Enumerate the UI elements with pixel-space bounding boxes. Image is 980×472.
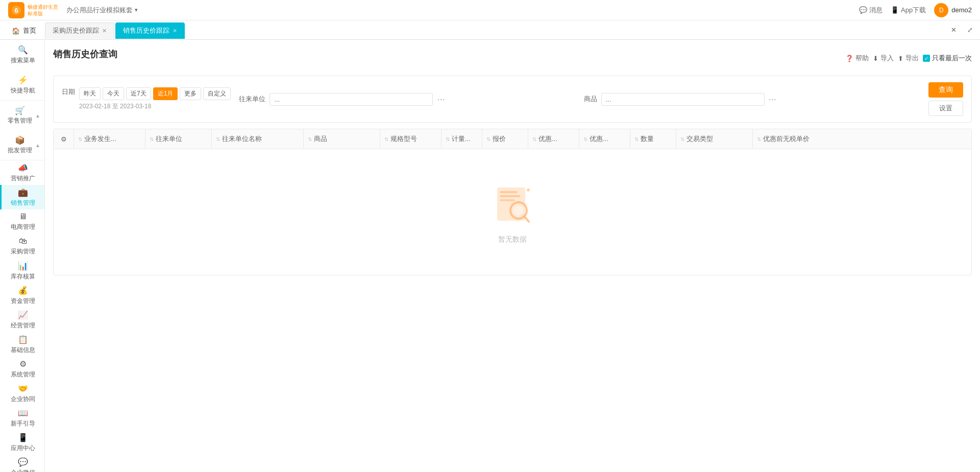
th-settings[interactable]: ⚙: [54, 129, 74, 149]
tab-purchase-close[interactable]: ✕: [102, 28, 107, 34]
sidebar-item-guide[interactable]: 📖 新手引导: [0, 406, 44, 430]
sidebar-item-appstore[interactable]: 📱 应用中心: [0, 430, 44, 455]
sidebar-item-wechat[interactable]: 💬 企业微信: [0, 455, 44, 472]
marketing-icon: 📣: [18, 163, 28, 173]
sidebar-item-inventory[interactable]: 📊 库存核算: [0, 258, 44, 283]
settings-icon: ⚙: [61, 135, 67, 143]
sidebar-item-ecommerce[interactable]: 🖥 电商管理: [0, 209, 44, 234]
th-discount1[interactable]: ⇅ 优惠...: [528, 129, 579, 149]
avatar: D: [934, 3, 948, 17]
th-price[interactable]: ⇅ 报价: [482, 129, 528, 149]
help-action[interactable]: ❓ 帮助: [845, 54, 869, 63]
th-date[interactable]: ⇅ 业务发生...: [74, 129, 145, 149]
sort-icon2: ⇅: [150, 136, 154, 142]
svg-point-7: [513, 205, 524, 216]
tab-sales[interactable]: 销售历史价跟踪 ✕: [115, 22, 185, 39]
sidebar-section-top: 🔍 搜索菜单 ⚡ 快捷导航: [0, 40, 44, 101]
sidebar-item-cooperation[interactable]: 🤝 企业协同: [0, 381, 44, 406]
purchase-icon: 🛍: [19, 237, 27, 246]
sidebar-item-purchase[interactable]: 🛍 采购管理: [0, 234, 44, 258]
product-input[interactable]: [601, 93, 765, 106]
app-selector-text: 办公用品行业模拟账套: [66, 6, 133, 15]
date-btn-1month[interactable]: 近1月: [153, 87, 178, 100]
date-filter-label: 日期: [62, 87, 75, 97]
tab-sales-close[interactable]: ✕: [173, 28, 177, 34]
header-left: 6 畅捷通好生意 标准版 办公用品行业模拟账套 ▾: [8, 2, 142, 18]
sidebar-guide-label: 新手引导: [11, 419, 35, 428]
partner-dots[interactable]: ···: [437, 94, 445, 105]
import-action[interactable]: ⬇ 导入: [873, 54, 894, 63]
date-btn-more[interactable]: 更多: [180, 87, 201, 100]
logo-area: 6 畅捷通好生意 标准版: [8, 2, 58, 18]
th-partner-code[interactable]: ⇅ 往来单位: [145, 129, 212, 149]
operations-icon: 📈: [18, 310, 28, 320]
product-filter-label: 商品: [584, 95, 597, 104]
sidebar-item-sales[interactable]: 💼 销售管理: [0, 185, 44, 209]
phone-icon: 📱: [891, 6, 899, 14]
close-tab-btn[interactable]: ✕: [947, 24, 960, 36]
quick-icon: ⚡: [18, 75, 28, 85]
sort-icon3: ⇅: [216, 136, 220, 142]
th-spec[interactable]: ⇅ 规格型号: [380, 129, 442, 149]
product-dots[interactable]: ···: [769, 94, 776, 105]
sidebar-basic-label: 基础信息: [11, 346, 35, 355]
date-btn-custom[interactable]: 自定义: [203, 87, 231, 100]
svg-text:✦: ✦: [525, 186, 531, 194]
header-right: 💬 消息 📱 App下载 D demo2: [859, 3, 972, 17]
only-last-checkbox[interactable]: 只看最后一次: [923, 54, 972, 63]
app-download-action[interactable]: 📱 App下载: [891, 6, 926, 15]
tab-home-label: 首页: [23, 26, 36, 35]
sidebar-item-system[interactable]: ⚙ 系统管理: [0, 357, 44, 381]
message-icon: 💬: [859, 6, 867, 14]
sidebar-item-search[interactable]: 🔍 搜索菜单: [0, 40, 44, 70]
sidebar-item-wholesale[interactable]: 📦 批发管理 ▲: [0, 130, 44, 160]
sort-icon9: ⇅: [583, 136, 587, 142]
tab-home[interactable]: 🏠 首页: [4, 22, 44, 39]
query-button[interactable]: 查询: [928, 82, 963, 98]
partner-filter-label: 往来单位: [239, 95, 265, 104]
date-btn-7days[interactable]: 近7天: [126, 87, 151, 100]
th-discount1-label: 优惠...: [538, 134, 557, 144]
maximize-btn[interactable]: ⤢: [964, 24, 976, 36]
sidebar-finance-label: 资金管理: [11, 297, 35, 305]
product-filter-group: 商品 ···: [584, 93, 920, 106]
th-product[interactable]: ⇅ 商品: [304, 129, 380, 149]
partner-input[interactable]: [270, 93, 433, 106]
sidebar-item-basic[interactable]: 📋 基础信息: [0, 332, 44, 357]
th-discount2[interactable]: ⇅ 优惠...: [579, 129, 630, 149]
export-action[interactable]: ⬆ 导出: [898, 54, 919, 63]
date-btn-yesterday[interactable]: 昨天: [79, 87, 101, 100]
th-spec-label: 规格型号: [390, 134, 417, 144]
sidebar-item-marketing[interactable]: 📣 营销推广: [0, 160, 44, 185]
date-range-display: 2023-02-18 至 2023-03-18: [79, 102, 231, 111]
settings-button[interactable]: 设置: [928, 101, 963, 116]
sidebar-purchase-label: 采购管理: [11, 247, 35, 256]
sidebar-sales-label: 销售管理: [11, 199, 35, 207]
tab-bar-actions: ✕ ⤢: [947, 24, 976, 36]
th-partner-name-label: 往来单位名称: [222, 134, 262, 144]
chevron-up-icon: ▲: [35, 113, 40, 119]
date-btn-today[interactable]: 今天: [103, 87, 124, 100]
sort-icon5: ⇅: [384, 136, 388, 142]
ecommerce-icon: 🖥: [19, 212, 27, 221]
user-profile[interactable]: D demo2: [934, 3, 972, 17]
th-partner-name[interactable]: ⇅ 往来单位名称: [212, 129, 304, 149]
sidebar-item-operations[interactable]: 📈 经营管理: [0, 308, 44, 332]
page-header: 销售历史价查询 ❓ 帮助 ⬇ 导入 ⬆ 导出: [53, 48, 972, 68]
sidebar-appstore-label: 应用中心: [11, 444, 35, 453]
sort-icon8: ⇅: [532, 136, 536, 142]
app-selector[interactable]: 办公用品行业模拟账套 ▾: [62, 4, 142, 17]
sort-icon10: ⇅: [634, 136, 639, 142]
message-action[interactable]: 💬 消息: [859, 6, 883, 15]
th-quantity[interactable]: ⇅ 数量: [630, 129, 676, 149]
th-trade-type[interactable]: ⇅ 交易类型: [676, 129, 753, 149]
sidebar-item-quick[interactable]: ⚡ 快捷导航: [0, 70, 44, 100]
th-unit[interactable]: ⇅ 计量...: [442, 129, 482, 149]
import-icon: ⬇: [873, 55, 878, 62]
sort-icon: ⇅: [78, 136, 82, 142]
th-tax-price[interactable]: ⇅ 优惠前无税单价: [753, 129, 971, 149]
sidebar-item-finance[interactable]: 💰 资金管理: [0, 283, 44, 308]
sidebar-item-retail[interactable]: 🛒 零售管理 ▲: [0, 101, 44, 130]
tab-purchase[interactable]: 采购历史价跟踪 ✕: [45, 22, 114, 39]
only-last-label: 只看最后一次: [932, 54, 972, 63]
